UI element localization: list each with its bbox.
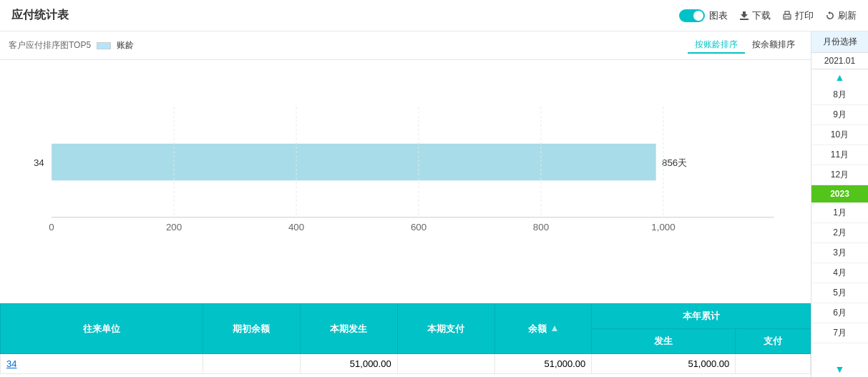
legend-title: 客户应付排序图TOP5 [9,39,91,52]
svg-marker-18 [552,325,557,331]
header-actions: 图表 下载 打印 刷新 [679,9,857,22]
col-ytd-header: 本年累计 [592,304,811,329]
sort-by-balance-button[interactable]: 按余额排序 [745,37,802,54]
svg-text:1,000: 1,000 [651,222,675,232]
month-item-11[interactable]: 11月 [811,145,868,165]
refresh-button[interactable]: 刷新 [825,9,857,22]
chart-toggle-label: 图表 [709,9,728,22]
svg-text:34: 34 [34,157,44,168]
chart-legend: 客户应付排序图TOP5 账龄 [9,39,134,52]
legend-box [97,42,111,49]
legend-text: 账龄 [117,39,134,52]
table-header-row: 往来单位 期初余额 本期发生 本期支付 余额 本年累计 [1,304,811,329]
page-title: 应付统计表 [11,8,69,23]
main-content: 客户应付排序图TOP5 账龄 按账龄排序 按余额排序 34 856天 [0,31,868,377]
month-list: 8月 9月 10月 11月 12月 2023 1月 2月 3月 4月 5月 6月… [811,85,868,361]
month-item-5[interactable]: 5月 [811,283,868,303]
chart-toolbar: 客户应付排序图TOP5 账龄 按账龄排序 按余额排序 [0,31,811,60]
sort-buttons: 按账龄排序 按余额排序 [688,37,802,54]
page-header: 应付统计表 图表 下载 打印 刷新 [0,0,868,31]
month-item-7[interactable]: 7月 [811,323,868,343]
month-item-6[interactable]: 6月 [811,303,868,323]
sort-icon [551,325,558,332]
col-occurrence-header: 本期发生 [300,304,397,354]
svg-rect-3 [785,16,789,19]
chart-container: 34 856天 0 200 400 600 800 1,000 [0,60,811,303]
month-item-12[interactable]: 12月 [811,165,868,185]
cell-payment [397,354,494,374]
print-button[interactable]: 打印 [782,9,814,22]
print-icon [782,11,792,21]
data-table: 往来单位 期初余额 本期发生 本期支付 余额 本年累计 发生 [0,303,811,374]
cell-ytd-occ: 51,000.00 [592,354,736,374]
chart-bar [52,144,656,181]
cell-balance: 51,000.00 [494,354,592,374]
chart-area: 客户应付排序图TOP5 账龄 按账龄排序 按余额排序 34 856天 [0,31,811,377]
bar-chart: 34 856天 0 200 400 600 800 1,000 [0,66,811,280]
year-marker[interactable]: 2023 [811,185,868,203]
cell-unit[interactable]: 34 [1,354,203,374]
table-row: 34 51,000.00 51,000.00 51,000.00 [1,354,811,374]
chart-toggle[interactable] [679,9,705,22]
col-payment-header: 本期支付 [397,304,494,354]
month-item-8[interactable]: 8月 [811,85,868,105]
svg-text:200: 200 [166,222,182,232]
col-unit-header: 往来单位 [1,304,203,354]
col-ytd-pay-header: 支付 [736,329,811,354]
month-item-3[interactable]: 3月 [811,243,868,263]
svg-text:800: 800 [533,222,549,232]
download-button[interactable]: 下载 [739,9,771,22]
sidebar-header: 月份选择 [811,31,868,53]
chart-toggle-wrapper: 图表 [679,9,728,22]
month-item-4[interactable]: 4月 [811,263,868,283]
svg-text:600: 600 [411,222,426,232]
cell-opening [203,354,301,374]
col-ytd-occ-header: 发生 [592,329,736,354]
col-opening-header: 期初余额 [203,304,301,354]
sidebar-down-arrow[interactable]: ▼ [811,361,868,377]
month-item-10[interactable]: 10月 [811,125,868,145]
svg-rect-2 [785,11,789,14]
refresh-icon [825,11,835,21]
sort-by-age-button[interactable]: 按账龄排序 [688,37,745,54]
cell-occurrence: 51,000.00 [300,354,397,374]
table-body: 34 51,000.00 51,000.00 51,000.00 [1,354,811,374]
month-item-1[interactable]: 1月 [811,203,868,223]
table-wrapper: 往来单位 期初余额 本期发生 本期支付 余额 本年累计 发生 [0,303,811,377]
cell-ytd-pay [736,354,811,374]
svg-rect-0 [740,19,748,20]
month-item-9[interactable]: 9月 [811,105,868,125]
sidebar-year-input[interactable]: 2021.01 [811,53,868,69]
month-sidebar: 月份选择 2021.01 ▲ 8月 9月 10月 11月 12月 2023 1月… [811,31,868,377]
download-icon [739,11,749,21]
svg-text:400: 400 [288,222,304,232]
sidebar-up-arrow[interactable]: ▲ [811,69,868,85]
svg-text:0: 0 [49,222,54,232]
svg-text:856天: 856天 [662,157,687,168]
month-item-2[interactable]: 2月 [811,223,868,243]
col-balance-header: 余额 [494,304,592,354]
